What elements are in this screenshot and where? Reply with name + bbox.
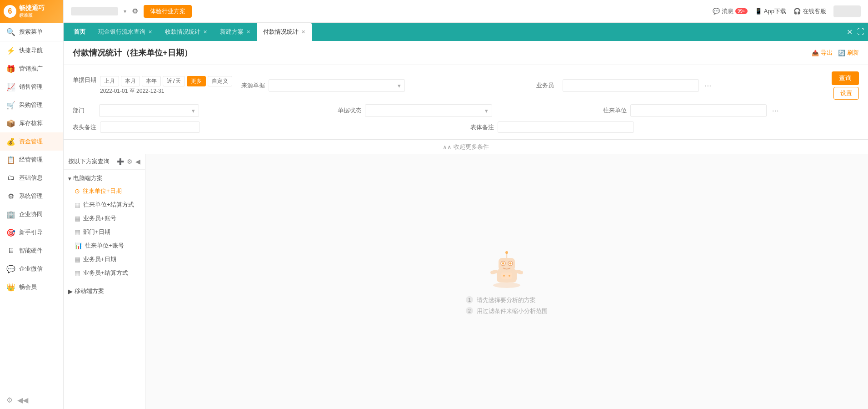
sidebar-item-hardware[interactable]: 🖥 智能硬件 (0, 242, 63, 260)
svg-point-12 (503, 275, 505, 277)
partner-dots-btn[interactable]: ··· (772, 106, 779, 116)
scheme-panel: 按以下方案查询 ➕ ⚙ ◀ ▾ 电脑端方案 ⊙ 往来单位+日期 (64, 154, 145, 409)
sidebar-footer: ⚙ ◀◀ (0, 391, 63, 409)
app-logo: 6 畅捷通巧 标准版 (0, 0, 63, 23)
close-all-tabs-btn[interactable]: ✕ (847, 28, 853, 36)
scheme-active-icon: ⊙ (75, 187, 80, 195)
logo-icon: 6 (4, 5, 16, 18)
sidebar-item-inventory[interactable]: 📦 库存核算 (0, 114, 63, 132)
sidebar-nav: ⚡ 快捷导航 🎁 营销推广 📈 销售管理 🛒 采购管理 📦 库存核算 💰 资金管… (0, 41, 63, 391)
sidebar-item-sales[interactable]: 📈 销售管理 (0, 78, 63, 96)
trial-btn[interactable]: 体验行业方案 (144, 5, 192, 18)
date-btn-last-month[interactable]: 上月 (100, 76, 119, 86)
purchase-icon: 🛒 (6, 101, 15, 110)
add-scheme-btn[interactable]: ➕ (116, 158, 124, 165)
empty-illustration (484, 245, 529, 291)
filter-row-3: 表头备注 表体备注 (73, 121, 859, 133)
tab-home[interactable]: 首页 (67, 23, 92, 41)
topbar-settings-icon[interactable]: ⚙ (132, 7, 138, 15)
scheme-item-salesperson-date[interactable]: ▦ 业务员+日期 (64, 252, 145, 266)
mobile-section-toggle[interactable]: ▶ 移动端方案 (64, 285, 145, 297)
sidebar-item-basic[interactable]: 🗂 基础信息 (0, 169, 63, 187)
salesperson-filter: 业务员 ··· (536, 79, 823, 92)
finance-icon: 💰 (6, 137, 15, 146)
hint-num-1: 1 (466, 296, 473, 303)
sidebar-item-marketing[interactable]: 🎁 营销推广 (0, 60, 63, 78)
sidebar-item-management[interactable]: 📋 经营管理 (0, 151, 63, 169)
tab-bank-close[interactable]: ✕ (148, 29, 152, 35)
page-content: 付款情况统计（往来单位+日期） 📤 导出 🔄 刷新 单据日期 (64, 41, 868, 409)
breadcrumb: addr (71, 7, 118, 15)
basic-icon: 🗂 (6, 173, 15, 182)
collapse-scheme-btn[interactable]: ◀ (135, 158, 140, 165)
body-note-input[interactable] (498, 121, 634, 133)
header-note-input[interactable] (100, 121, 200, 133)
header-note-label: 表头备注 (73, 123, 96, 131)
collapse-conditions-btn[interactable]: ∧∧ 收起更多条件 (64, 140, 868, 154)
sidebar-item-purchase[interactable]: 🛒 采购管理 (0, 96, 63, 114)
refresh-btn[interactable]: 🔄 刷新 (838, 49, 859, 57)
salesperson-dots-btn[interactable]: ··· (704, 81, 711, 91)
search-menu-item[interactable]: 🔍 搜索菜单 (0, 23, 63, 41)
desktop-section-toggle[interactable]: ▾ 电脑端方案 (64, 172, 145, 184)
refresh-icon: 🔄 (838, 50, 845, 56)
svg-point-13 (509, 275, 510, 277)
source-select[interactable]: ▾ (269, 79, 405, 92)
sidebar: 6 畅捷通巧 标准版 🔍 搜索菜单 ⚡ 快捷导航 🎁 营销推广 📈 销售管理 🛒… (0, 0, 64, 409)
scheme-item-partner-date[interactable]: ⊙ 往来单位+日期 (64, 184, 145, 198)
tab-new-scheme-close[interactable]: ✕ (246, 29, 250, 35)
desktop-schemes-section: ▾ 电脑端方案 ⊙ 往来单位+日期 ▦ 往来单位+结算方式 ▦ 业务员+账号 (64, 170, 145, 283)
export-btn[interactable]: 📤 导出 (812, 49, 833, 57)
date-btn-this-year[interactable]: 本年 (142, 76, 161, 86)
scheme-item-partner-settle[interactable]: ▦ 往来单位+结算方式 (64, 198, 145, 212)
tab-payment-stats-close[interactable]: ✕ (301, 29, 305, 35)
sidebar-item-finance[interactable]: 💰 资金管理 (0, 132, 63, 151)
tab-bank[interactable]: 现金银行流水查询 ✕ (92, 23, 159, 41)
topbar: addr ▾ ⚙ 体验行业方案 💬 消息 99+ 📱 App下载 🎧 在线客服 (64, 0, 868, 23)
scheme-item-partner-account[interactable]: 📊 往来单位+账号 (64, 239, 145, 252)
scheme-icon-2: ▦ (75, 215, 80, 222)
date-btn-custom[interactable]: 自定义 (208, 76, 232, 86)
doc-status-select[interactable]: ▾ (365, 104, 492, 117)
filter-area: 单据日期 上月 本月 本年 近7天 更多 自定义 2022-01-01 至 20… (64, 65, 868, 140)
sidebar-item-member[interactable]: 👑 畅会员 (0, 278, 63, 296)
manage-scheme-btn[interactable]: ⚙ (127, 158, 133, 165)
sidebar-item-nav[interactable]: ⚡ 快捷导航 (0, 41, 63, 60)
scheme-item-dept-date[interactable]: ▦ 部门+日期 (64, 225, 145, 239)
notifications-btn[interactable]: 💬 消息 99+ (713, 7, 748, 15)
tab-new-scheme[interactable]: 新建方案 ✕ (214, 23, 257, 41)
date-btn-more[interactable]: 更多 (187, 76, 206, 86)
tab-income[interactable]: 收款情况统计 ✕ (159, 23, 214, 41)
date-btn-this-month[interactable]: 本月 (121, 76, 140, 86)
settings-btn[interactable]: 设置 (833, 87, 859, 100)
partner-select[interactable] (630, 104, 767, 117)
sidebar-item-guide[interactable]: 🎯 新手引导 (0, 223, 63, 242)
system-icon: ⚙ (6, 192, 15, 201)
app-download-btn[interactable]: 📱 App下载 (755, 7, 786, 15)
sidebar-item-system[interactable]: ⚙ 系统管理 (0, 187, 63, 205)
avatar[interactable] (833, 5, 861, 17)
collapse-sidebar-icon[interactable]: ◀◀ (17, 396, 28, 404)
dept-select[interactable]: ▾ (99, 104, 199, 117)
maximize-btn[interactable]: ⛶ (857, 28, 864, 36)
tab-income-close[interactable]: ✕ (203, 29, 207, 35)
date-range-display: 2022-01-01 至 2022-12-31 (100, 87, 232, 95)
export-icon: 📤 (812, 50, 819, 56)
mobile-section-label: 移动端方案 (75, 287, 104, 295)
filter-row-2: 部门 ▾ 单据状态 ▾ 往来单位 (73, 104, 859, 117)
date-btn-7days[interactable]: 近7天 (163, 76, 185, 86)
settings-footer-icon[interactable]: ⚙ (6, 396, 13, 404)
svg-rect-11 (501, 273, 512, 279)
online-service-btn[interactable]: 🎧 在线客服 (793, 7, 826, 15)
tab-payment-stats[interactable]: 付款情况统计 ✕ (257, 23, 312, 41)
salesperson-select[interactable] (563, 79, 699, 92)
hint-item-1: 1 请先选择要分析的方案 (466, 296, 548, 304)
sidebar-item-enterprise[interactable]: 🏢 企业协同 (0, 205, 63, 223)
sidebar-item-weixin[interactable]: 💬 企业微信 (0, 260, 63, 278)
scheme-panel-title: 按以下方案查询 (68, 157, 110, 166)
query-btn[interactable]: 查询 (832, 71, 859, 85)
scheme-item-salesperson-settle[interactable]: ▦ 业务员+结算方式 (64, 266, 145, 280)
logo-text: 畅捷通巧 标准版 (19, 4, 45, 19)
hint-num-2: 2 (466, 307, 473, 314)
scheme-item-salesperson-account[interactable]: ▦ 业务员+账号 (64, 212, 145, 225)
